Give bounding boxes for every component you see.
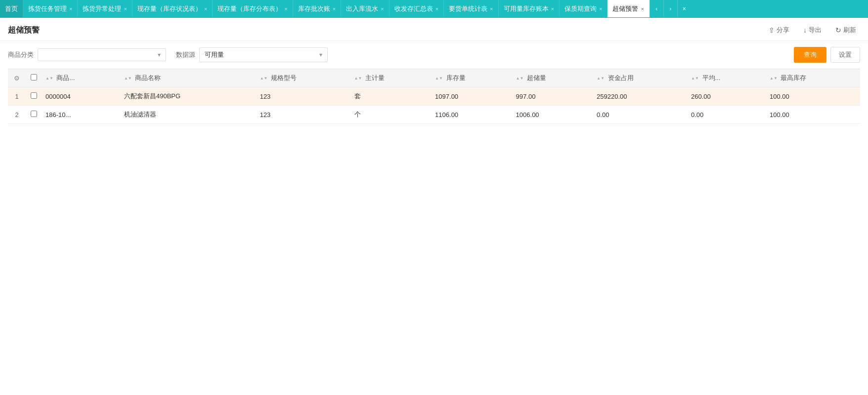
refresh-icon: ↻ <box>835 26 841 34</box>
datasource-select-value: 可用量 <box>205 50 224 59</box>
sort-product-code-icon: ▲▼ <box>45 77 53 80</box>
query-button[interactable]: 查询 <box>794 47 826 63</box>
row-num: 2 <box>8 106 26 124</box>
filter-bar: 商品分类 ▾ 数据源 可用量 ▾ 查询 设置 <box>0 41 868 69</box>
header-actions: ⇪ 分享 ↓ 导出 ↻ 刷新 <box>765 24 860 37</box>
nav-task-mgmt[interactable]: 拣货任务管理 × <box>23 0 78 18</box>
nav-order-stat[interactable]: 要货单统计表 × <box>444 0 498 18</box>
col-spec[interactable]: ▲▼ 规格型号 <box>256 69 350 87</box>
nav-quality[interactable]: 保质期查询 × <box>560 0 608 18</box>
nav-avail-acct-label: 可用量库存账本 <box>504 4 549 13</box>
row-avg: 260.00 <box>687 87 766 106</box>
row-checkbox-cell <box>26 87 42 106</box>
row-checkbox[interactable] <box>31 111 37 117</box>
table-header-row: ⚙ ▲▼ 商品... ▲▼ 商品名称 ▲▼ 规格型号 <box>8 69 860 87</box>
nav-batch[interactable]: 库存批次账 × <box>293 0 341 18</box>
nav-inventory-dist[interactable]: 现存量（库存分布表） × <box>213 0 293 18</box>
refresh-button[interactable]: ↻ 刷新 <box>831 24 860 37</box>
page-container: 超储预警 ⇪ 分享 ↓ 导出 ↻ 刷新 商品分类 ▾ 数据源 <box>0 18 868 395</box>
row-unit: 套 <box>350 87 432 106</box>
nav-overstock[interactable]: 超储预警 × <box>608 0 649 18</box>
nav-inventory-status[interactable]: 现存量（库存状况表） × <box>132 0 213 18</box>
sort-capital-icon: ▲▼ <box>597 77 605 80</box>
col-capital-label: 资金占用 <box>608 74 634 81</box>
row-checkbox[interactable] <box>31 92 37 99</box>
row-product-name: 机油滤清器 <box>120 106 256 124</box>
nav-quality-close[interactable]: × <box>599 6 602 12</box>
row-capital: 259220.00 <box>593 87 687 106</box>
row-product-code: 186-10... <box>42 106 120 124</box>
datasource-select[interactable]: 可用量 ▾ <box>199 47 328 62</box>
col-max-stock-label: 最高库存 <box>781 74 806 81</box>
row-num: 1 <box>8 87 26 106</box>
refresh-label: 刷新 <box>843 26 856 35</box>
nav-inventory-dist-close[interactable]: × <box>284 6 287 12</box>
table-row: 2 186-10... 机油滤清器 123 个 1106.00 1006.00 … <box>8 106 860 124</box>
datasource-filter: 数据源 可用量 ▾ <box>176 47 328 62</box>
nav-left-arrow[interactable]: ‹ <box>650 0 663 18</box>
col-spec-label: 规格型号 <box>271 74 297 81</box>
col-gear: ⚙ <box>8 69 26 87</box>
nav-more-arrow[interactable]: × <box>677 0 691 18</box>
nav-inout-flow-close[interactable]: × <box>381 6 384 12</box>
select-all-checkbox[interactable] <box>31 74 37 80</box>
col-max-stock[interactable]: ▲▼ 最高库存 <box>766 69 860 87</box>
nav-inout-flow[interactable]: 出入库流水 × <box>341 0 389 18</box>
sort-product-name-icon: ▲▼ <box>124 77 132 80</box>
nav-avail-acct-close[interactable]: × <box>551 6 554 12</box>
nav-right-arrow[interactable]: › <box>663 0 677 18</box>
row-product-name: 六配套新昌490BPG <box>120 87 256 106</box>
sort-max-stock-icon: ▲▼ <box>770 77 778 80</box>
filter-actions: 查询 设置 <box>794 47 860 63</box>
col-overstock[interactable]: ▲▼ 超储量 <box>512 69 593 87</box>
nav-order-stat-close[interactable]: × <box>490 6 493 12</box>
row-stock: 1097.00 <box>431 87 512 106</box>
sort-avg-icon: ▲▼ <box>691 77 699 80</box>
row-product-code: 0000004 <box>42 87 120 106</box>
col-product-code[interactable]: ▲▼ 商品... <box>42 69 120 87</box>
nav-inventory-status-label: 现存量（库存状况表） <box>137 4 202 13</box>
col-product-name[interactable]: ▲▼ 商品名称 <box>120 69 256 87</box>
col-capital[interactable]: ▲▼ 资金占用 <box>593 69 687 87</box>
export-label: 导出 <box>809 26 822 35</box>
nav-abnormal[interactable]: 拣货异常处理 × <box>78 0 132 18</box>
settings-button[interactable]: 设置 <box>830 47 860 63</box>
sort-spec-icon: ▲▼ <box>260 77 268 80</box>
col-avg[interactable]: ▲▼ 平均... <box>687 69 766 87</box>
row-unit: 个 <box>350 106 432 124</box>
export-button[interactable]: ↓ 导出 <box>799 24 825 37</box>
nav-recv-send-close[interactable]: × <box>435 6 438 12</box>
gear-icon[interactable]: ⚙ <box>14 75 20 82</box>
col-unit-label: 主计量 <box>365 74 385 81</box>
row-stock: 1106.00 <box>431 106 512 124</box>
nav-home[interactable]: 首页 <box>0 0 23 18</box>
nav-overstock-close[interactable]: × <box>641 6 644 12</box>
table-row: 1 0000004 六配套新昌490BPG 123 套 1097.00 997.… <box>8 87 860 106</box>
share-icon: ⇪ <box>769 26 775 34</box>
row-capital: 0.00 <box>593 106 687 124</box>
table-container: ⚙ ▲▼ 商品... ▲▼ 商品名称 ▲▼ 规格型号 <box>0 69 868 124</box>
row-overstock: 997.00 <box>512 87 593 106</box>
nav-inventory-dist-label: 现存量（库存分布表） <box>217 4 282 13</box>
nav-abnormal-label: 拣货异常处理 <box>83 4 121 13</box>
col-product-code-label: 商品... <box>56 74 75 81</box>
datasource-select-arrow: ▾ <box>319 51 322 58</box>
export-icon: ↓ <box>803 26 807 34</box>
nav-task-mgmt-close[interactable]: × <box>69 6 72 12</box>
col-unit[interactable]: ▲▼ 主计量 <box>350 69 432 87</box>
category-select[interactable]: ▾ <box>38 48 166 61</box>
nav-home-label: 首页 <box>5 4 18 13</box>
nav-recv-send[interactable]: 收发存汇总表 × <box>390 0 444 18</box>
row-max-stock: 100.00 <box>766 87 860 106</box>
share-button[interactable]: ⇪ 分享 <box>765 24 793 37</box>
sort-stock-icon: ▲▼ <box>435 77 443 80</box>
category-select-arrow: ▾ <box>158 51 161 58</box>
nav-batch-close[interactable]: × <box>333 6 336 12</box>
share-label: 分享 <box>777 26 789 35</box>
nav-inventory-status-close[interactable]: × <box>204 6 207 12</box>
row-max-stock: 100.00 <box>766 106 860 124</box>
nav-avail-acct[interactable]: 可用量库存账本 × <box>499 0 560 18</box>
col-stock[interactable]: ▲▼ 库存量 <box>431 69 512 87</box>
nav-order-stat-label: 要货单统计表 <box>449 4 487 13</box>
nav-abnormal-close[interactable]: × <box>124 6 127 12</box>
